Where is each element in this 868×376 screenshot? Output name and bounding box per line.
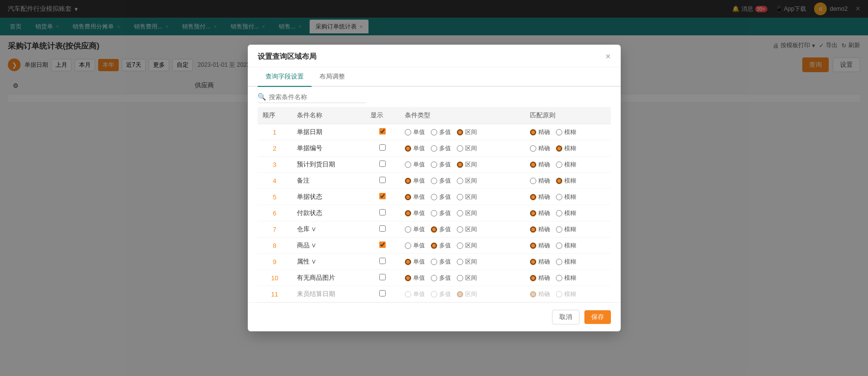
match-radio-exact[interactable]: 精确	[530, 242, 550, 250]
show-checkbox[interactable]	[379, 258, 386, 264]
type-radio-multi[interactable]: 多值	[431, 177, 451, 185]
show-checkbox[interactable]	[379, 242, 386, 248]
type-radio-multi[interactable]: 多值	[431, 274, 451, 282]
type-radio-range[interactable]: 区间	[457, 177, 477, 185]
type-radio-single[interactable]: 单值	[405, 144, 425, 153]
tab-query-fields[interactable]: 查询字段设置	[258, 67, 312, 87]
match-radio-exact[interactable]: 精确	[530, 193, 550, 201]
search-input[interactable]	[266, 93, 366, 101]
match-radio-fuzzy[interactable]: 模糊	[556, 225, 576, 234]
show-checkbox[interactable]	[379, 193, 386, 199]
type-radio-range[interactable]: 区间	[457, 209, 477, 217]
row-type-cell: 单值多值区间	[400, 157, 525, 173]
type-radio-multi[interactable]: 多值	[431, 258, 451, 266]
modal-table-row: 1单据日期单值多值区间精确模糊	[258, 124, 611, 140]
type-radio-single[interactable]: 单值	[405, 258, 425, 266]
type-radio-multi[interactable]: 多值	[431, 161, 451, 169]
row-order: 7	[258, 221, 292, 238]
match-radio-fuzzy[interactable]: 模糊	[556, 144, 576, 153]
show-checkbox[interactable]	[379, 209, 386, 215]
type-radio-single[interactable]: 单值	[405, 209, 425, 217]
row-show-cell	[366, 189, 400, 205]
match-radio-fuzzy[interactable]: 模糊	[556, 258, 576, 266]
type-radio-range[interactable]: 区间	[457, 144, 477, 153]
row-order: 4	[258, 173, 292, 189]
match-radio-fuzzy[interactable]: 模糊	[556, 209, 576, 217]
type-radio-range[interactable]: 区间	[457, 161, 477, 169]
modal-table-row: 10有无商品图片单值多值区间精确模糊	[258, 270, 611, 286]
match-radio-fuzzy[interactable]: 模糊	[556, 161, 576, 169]
row-show-cell	[366, 173, 400, 189]
row-order: 10	[258, 270, 292, 286]
type-radio-single[interactable]: 单值	[405, 193, 425, 201]
type-radio-multi[interactable]: 多值	[431, 290, 451, 298]
type-radio-single[interactable]: 单值	[405, 128, 425, 136]
modal-close-button[interactable]: ×	[605, 52, 611, 62]
show-checkbox[interactable]	[379, 225, 386, 232]
cancel-button[interactable]: 取消	[552, 310, 579, 324]
row-condition-name: 商品 ∨	[292, 238, 366, 254]
match-radio-fuzzy[interactable]: 模糊	[556, 193, 576, 201]
show-checkbox[interactable]	[379, 144, 386, 151]
modal-table-row: 3预计到货日期单值多值区间精确模糊	[258, 157, 611, 173]
match-radio-fuzzy[interactable]: 模糊	[556, 177, 576, 185]
type-radio-range[interactable]: 区间	[457, 128, 477, 136]
row-show-cell	[366, 140, 400, 157]
match-radio-fuzzy[interactable]: 模糊	[556, 274, 576, 282]
type-radio-single[interactable]: 单值	[405, 225, 425, 234]
row-match-cell: 精确模糊	[525, 221, 610, 238]
type-radio-range[interactable]: 区间	[457, 242, 477, 250]
match-radio-exact[interactable]: 精确	[530, 274, 550, 282]
modal-table-row: 9属性 ∨单值多值区间精确模糊	[258, 254, 611, 270]
type-radio-multi[interactable]: 多值	[431, 209, 451, 217]
match-radio-exact[interactable]: 精确	[530, 225, 550, 234]
row-match-cell: 精确模糊	[525, 254, 610, 270]
modal-table-row: 7仓库 ∨单值多值区间精确模糊	[258, 221, 611, 238]
type-radio-range[interactable]: 区间	[457, 274, 477, 282]
show-checkbox[interactable]	[379, 290, 386, 296]
type-radio-single[interactable]: 单值	[405, 274, 425, 282]
col-show: 显示	[366, 107, 400, 124]
row-match-cell: 精确模糊	[525, 140, 610, 157]
show-checkbox[interactable]	[379, 274, 386, 280]
show-checkbox[interactable]	[379, 177, 386, 183]
match-radio-exact[interactable]: 精确	[530, 177, 550, 185]
row-condition-name: 单据日期	[292, 124, 366, 140]
row-match-cell: 精确模糊	[525, 205, 610, 221]
row-match-cell: 精确模糊	[525, 270, 610, 286]
type-radio-multi[interactable]: 多值	[431, 242, 451, 250]
save-button[interactable]: 保存	[584, 310, 611, 324]
row-match-cell: 精确模糊	[525, 173, 610, 189]
type-radio-range[interactable]: 区间	[457, 225, 477, 234]
match-radio-fuzzy[interactable]: 模糊	[556, 242, 576, 250]
row-type-cell: 单值多值区间	[400, 221, 525, 238]
type-radio-range[interactable]: 区间	[457, 193, 477, 201]
tab-layout[interactable]: 布局调整	[312, 67, 353, 87]
type-radio-multi[interactable]: 多值	[431, 225, 451, 234]
type-radio-single[interactable]: 单值	[405, 177, 425, 185]
type-radio-single[interactable]: 单值	[405, 242, 425, 250]
match-radio-exact[interactable]: 精确	[530, 290, 550, 298]
type-radio-multi[interactable]: 多值	[431, 193, 451, 201]
match-radio-exact[interactable]: 精确	[530, 161, 550, 169]
type-radio-range[interactable]: 区间	[457, 290, 477, 298]
match-radio-exact[interactable]: 精确	[530, 128, 550, 136]
type-radio-single[interactable]: 单值	[405, 161, 425, 169]
type-radio-range[interactable]: 区间	[457, 258, 477, 266]
row-order: 6	[258, 205, 292, 221]
type-radio-single[interactable]: 单值	[405, 290, 425, 298]
match-radio-exact[interactable]: 精确	[530, 144, 550, 153]
type-radio-multi[interactable]: 多值	[431, 144, 451, 153]
row-show-cell	[366, 205, 400, 221]
match-radio-fuzzy[interactable]: 模糊	[556, 290, 576, 298]
col-name: 条件名称	[292, 107, 366, 124]
show-checkbox[interactable]	[379, 128, 386, 134]
row-type-cell: 单值多值区间	[400, 189, 525, 205]
show-checkbox[interactable]	[379, 161, 386, 167]
type-radio-multi[interactable]: 多值	[431, 128, 451, 136]
match-radio-fuzzy[interactable]: 模糊	[556, 128, 576, 136]
match-radio-exact[interactable]: 精确	[530, 209, 550, 217]
row-order: 9	[258, 254, 292, 270]
match-radio-exact[interactable]: 精确	[530, 258, 550, 266]
modal-table: 顺序 条件名称 显示 条件类型 匹配原则 1单据日期单值多值区间精确模糊2单据编…	[258, 107, 611, 302]
